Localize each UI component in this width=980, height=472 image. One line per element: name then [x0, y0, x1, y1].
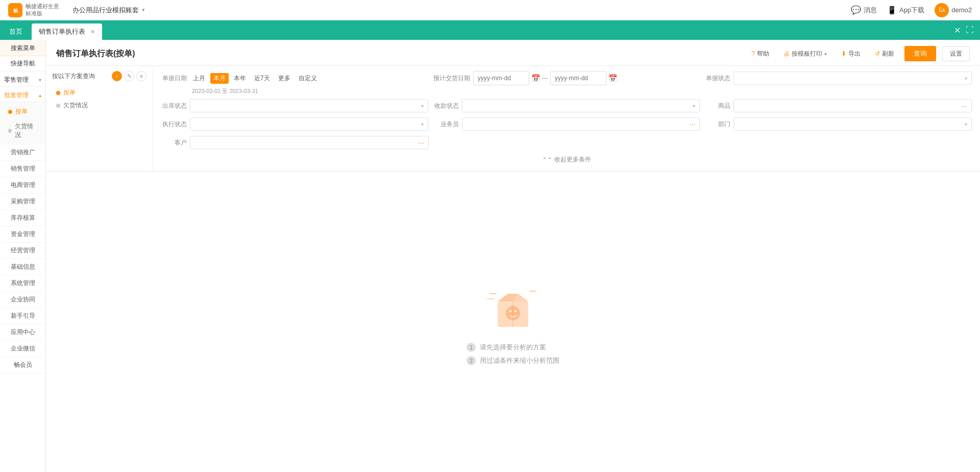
print-icon: 🖨 [783, 50, 790, 57]
exec-status-arrow-icon: ▾ [421, 122, 424, 127]
date-tab-thismonth[interactable]: 本月 [210, 73, 229, 84]
sidebar-item-system[interactable]: 系统管理 [0, 275, 45, 292]
refresh-button[interactable]: ↺ 刷新 [871, 48, 898, 60]
page-title: 销售订单执行表(按单) [56, 49, 135, 59]
tab-home[interactable]: 首页 [2, 23, 30, 40]
scheme-add-btn[interactable]: + [112, 71, 122, 81]
sidebar-subitem-order[interactable]: 按单 [0, 104, 45, 119]
export-button[interactable]: ⬇ 导出 [837, 48, 865, 60]
page-header: 销售订单执行表(按单) ? 帮助 🖨 按模板打印 ▾ ⬇ 导出 ↺ 刷新 [46, 40, 980, 66]
scheme-collapse-btn[interactable]: « [136, 71, 146, 81]
main-content: 1 请先选择要分析的方案 2 用过滤条件来缩小分析范围 [46, 172, 980, 472]
date-tab-more[interactable]: 更多 [275, 73, 293, 84]
filter-row-2: 出库状态 ▾ 收款状态 ▾ [161, 99, 972, 112]
dept-group: 部门 ▾ [705, 117, 972, 131]
collapse-up-icon: ⌃⌃ [542, 156, 552, 163]
goods-select[interactable]: ··· [733, 99, 972, 112]
sidebar-item-purchase[interactable]: 采购管理 [0, 194, 45, 210]
exec-status-select[interactable]: ▾ [190, 117, 428, 131]
scheme-item-backorder[interactable]: 欠货情况 [52, 99, 146, 112]
scheme-item-order[interactable]: 按单 [52, 86, 146, 99]
sidebar-item-member[interactable]: 畅会员 [0, 357, 45, 373]
date-tab-custom[interactable]: 自定义 [296, 73, 320, 84]
collapse-button[interactable]: ⌃⌃ 收起更多条件 [161, 152, 972, 166]
forecast-date-group: 预计交货日期 📅 — 📅 [433, 71, 700, 85]
step-number-2: 2 [467, 356, 476, 365]
sidebar-item-guide[interactable]: 新手引导 [0, 308, 45, 324]
calendar-icon-end[interactable]: 📅 [608, 74, 617, 82]
sidebar-quick-nav[interactable]: 快捷导航 [0, 56, 45, 72]
sidebar-item-finance[interactable]: 资金管理 [0, 226, 45, 243]
tab-fullscreen-icon[interactable]: ⛶ [966, 26, 974, 35]
exec-status-group: 执行状态 ▾ [161, 117, 428, 131]
goods-group: 商品 ··· [705, 99, 972, 112]
sidebar-item-ecommerce[interactable]: 电商管理 [0, 177, 45, 194]
recv-status-group: 收款状态 ▾ [433, 99, 700, 112]
goods-ellipsis-icon[interactable]: ··· [961, 102, 967, 110]
tab-close-icon[interactable]: ✕ [90, 29, 95, 35]
out-status-arrow-icon: ▾ [421, 103, 424, 109]
sidebar-item-business[interactable]: 经营管理 [0, 243, 45, 259]
scheme-active-dot-icon [56, 91, 60, 95]
app-download-action[interactable]: 📱 App下载 [887, 6, 924, 15]
tab-sales-order[interactable]: 销售订单执行表 ✕ [32, 23, 102, 40]
date-tab-7days[interactable]: 近7天 [251, 73, 273, 84]
date-tab-thisyear[interactable]: 本年 [231, 73, 249, 84]
calendar-icon-start[interactable]: 📅 [531, 74, 540, 82]
sidebar-item-basic[interactable]: 基础信息 [0, 259, 45, 275]
scheme-header: 按以下方案查询 + ✎ « [52, 71, 146, 81]
sidebar-subitem-backorder[interactable]: 欠货情况 [0, 119, 45, 143]
doc-status-arrow-icon: ▾ [965, 76, 967, 81]
print-arrow-icon: ▾ [824, 51, 827, 57]
logo-area: 畅 畅捷通好生意 标准版 [8, 3, 59, 17]
svg-point-6 [514, 310, 517, 312]
sidebar-item-weixin[interactable]: 企业微信 [0, 341, 45, 357]
sidebar-item-retail[interactable]: 零售管理 ▾ [0, 72, 45, 87]
sidebar: 搜索菜单 快捷导航 零售管理 ▾ 批发管理 ▴ 按单 欠货情况 营销推广 [0, 40, 46, 472]
svg-point-5 [509, 310, 511, 312]
filter-panel: 按以下方案查询 + ✎ « 按单 欠货情况 [46, 66, 980, 172]
forecast-date-start[interactable] [473, 71, 529, 85]
print-button[interactable]: 🖨 按模板打印 ▾ [779, 48, 831, 60]
sidebar-item-marketing[interactable]: 营销推广 [0, 145, 45, 161]
user-area[interactable]: Ea demo2 [935, 3, 972, 17]
chevron-down-icon: ▾ [39, 77, 41, 83]
dept-arrow-icon: ▾ [965, 122, 967, 127]
recv-status-arrow-icon: ▾ [693, 103, 695, 109]
sidebar-item-wholesale[interactable]: 批发管理 ▴ [0, 87, 45, 102]
sidebar-item-inventory[interactable]: 库存核算 [0, 210, 45, 226]
message-action[interactable]: 💬 消息 [851, 5, 877, 15]
date-tab-lastmonth[interactable]: 上月 [190, 73, 208, 84]
top-header: 畅 畅捷通好生意 标准版 办公用品行业模拟账套 ▾ 💬 消息 📱 App下载 E… [0, 0, 980, 20]
customer-select[interactable]: ··· [190, 136, 429, 149]
breadcrumb[interactable]: 办公用品行业模拟账套 ▾ [72, 6, 145, 15]
salesman-select[interactable]: ··· [462, 117, 700, 131]
svg-point-4 [506, 306, 520, 320]
help-icon: ? [751, 50, 755, 57]
sidebar-item-appstore[interactable]: 应用中心 [0, 324, 45, 341]
step-number-1: 1 [467, 343, 476, 352]
tab-close-all-icon[interactable]: ✕ [954, 26, 961, 35]
forecast-date-end[interactable] [550, 71, 606, 85]
doc-status-select[interactable]: ▾ [733, 72, 972, 85]
sidebar-item-sales[interactable]: 销售管理 [0, 161, 45, 177]
recv-status-select[interactable]: ▾ [462, 99, 700, 112]
sidebar-search[interactable]: 搜索菜单 [0, 40, 45, 56]
help-button[interactable]: ? 帮助 [747, 48, 773, 60]
main-layout: 搜索菜单 快捷导航 零售管理 ▾ 批发管理 ▴ 按单 欠货情况 营销推广 [0, 40, 980, 472]
scheme-edit-btn[interactable]: ✎ [124, 71, 134, 81]
salesman-ellipsis-icon[interactable]: ··· [690, 120, 696, 128]
scheme-inactive-dot-icon [56, 104, 60, 108]
sidebar-item-collab[interactable]: 企业协同 [0, 292, 45, 308]
out-status-select[interactable]: ▾ [190, 99, 428, 112]
empty-step-2: 2 用过滤条件来缩小分析范围 [467, 356, 559, 365]
empty-illustration [485, 278, 541, 335]
date-range-text: 2023-03-01 至 2023-03-31 [161, 87, 972, 95]
dept-select[interactable]: ▾ [733, 117, 972, 131]
customer-ellipsis-icon[interactable]: ··· [418, 138, 424, 147]
query-button[interactable]: 查询 [904, 46, 936, 61]
download-icon: 📱 [887, 6, 897, 15]
settings-button[interactable]: 设置 [942, 46, 970, 61]
logo-icon: 畅 [8, 3, 22, 17]
filter-row-3: 执行状态 ▾ 业务员 ··· [161, 117, 972, 131]
